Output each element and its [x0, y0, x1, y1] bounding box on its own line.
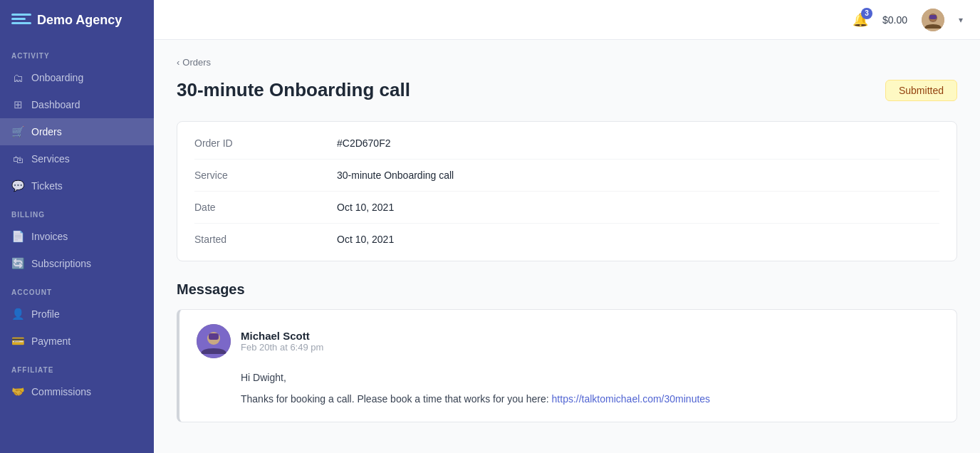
message-body: Hi Dwight, Thanks for booking a call. Pl…	[197, 370, 939, 407]
svg-rect-6	[209, 333, 219, 340]
order-label-id: Order ID	[194, 137, 337, 149]
order-label-started: Started	[194, 234, 337, 245]
message-card: Michael Scott Feb 20th at 6:49 pm Hi Dwi…	[177, 309, 957, 422]
breadcrumb-chevron: ‹	[177, 57, 179, 68]
sidebar-item-dashboard[interactable]: ⊞ Dashboard	[0, 91, 154, 118]
sidebar-item-orders[interactable]: 🛒 Orders	[0, 118, 154, 145]
sidebar-item-label: Subscriptions	[31, 258, 91, 269]
logo-icon	[11, 14, 31, 28]
page-header: 30-minute Onboarding call Submitted	[177, 79, 957, 101]
section-label-billing: BILLING	[0, 199, 154, 223]
sidebar-item-onboarding[interactable]: 🗂 Onboarding	[0, 64, 154, 91]
user-avatar[interactable]	[922, 9, 944, 31]
message-link[interactable]: https://talktomichael.com/30minutes	[552, 393, 711, 405]
topbar: 🔔 3 $0.00 ▾	[154, 0, 980, 40]
sidebar-item-label: Commissions	[31, 386, 91, 397]
subscriptions-icon: 🔄	[11, 257, 24, 270]
notification-badge: 3	[861, 8, 872, 19]
message-timestamp: Feb 20th at 6:49 pm	[241, 342, 323, 353]
profile-icon: 👤	[11, 308, 24, 321]
content-area: ‹ Orders 30-minute Onboarding call Submi…	[154, 40, 980, 453]
order-value-started: Oct 10, 2021	[337, 234, 394, 245]
sidebar-item-label: Payment	[31, 335, 71, 347]
section-label-activity: ACTIVITY	[0, 41, 154, 64]
messages-section-title: Messages	[177, 281, 957, 298]
breadcrumb[interactable]: ‹ Orders	[177, 57, 957, 68]
sidebar-item-services[interactable]: 🛍 Services	[0, 145, 154, 172]
tickets-icon: 💬	[11, 179, 24, 192]
sidebar: Demo Agency ACTIVITY 🗂 Onboarding ⊞ Dash…	[0, 0, 154, 453]
invoices-icon: 📄	[11, 230, 24, 243]
section-label-affiliate: AFFILIATE	[0, 355, 154, 378]
sidebar-item-label: Services	[31, 153, 70, 165]
sidebar-item-label: Dashboard	[31, 99, 80, 110]
order-value-date: Oct 10, 2021	[337, 202, 394, 213]
order-label-date: Date	[194, 202, 337, 213]
sidebar-item-label: Onboarding	[31, 72, 83, 83]
sidebar-item-label: Invoices	[31, 231, 68, 242]
order-value-service: 30-minute Onboarding call	[337, 170, 454, 181]
message-greeting: Hi Dwight,	[241, 370, 939, 385]
order-details-card: Order ID #C2D670F2 Service 30-minute Onb…	[177, 121, 957, 261]
sidebar-item-invoices[interactable]: 📄 Invoices	[0, 223, 154, 250]
sidebar-item-payment[interactable]: 💳 Payment	[0, 328, 154, 355]
main-area: 🔔 3 $0.00 ▾ ‹ Orders 30-minute Onboardin…	[154, 0, 980, 453]
sidebar-item-subscriptions[interactable]: 🔄 Subscriptions	[0, 250, 154, 277]
sidebar-item-tickets[interactable]: 💬 Tickets	[0, 172, 154, 199]
sidebar-item-label: Orders	[31, 126, 62, 137]
order-row-id: Order ID #C2D670F2	[194, 127, 939, 160]
message-author-name: Michael Scott	[241, 330, 323, 342]
message-body-text: Thanks for booking a call. Please book a…	[241, 393, 552, 405]
order-value-id: #C2D670F2	[337, 137, 391, 149]
payment-icon: 💳	[11, 335, 24, 348]
message-header: Michael Scott Feb 20th at 6:49 pm	[197, 324, 939, 358]
app-name: Demo Agency	[37, 13, 122, 28]
sidebar-item-profile[interactable]: 👤 Profile	[0, 301, 154, 328]
message-author-info: Michael Scott Feb 20th at 6:49 pm	[241, 330, 323, 353]
dashboard-icon: ⊞	[11, 98, 24, 111]
breadcrumb-label: Orders	[182, 57, 211, 68]
services-icon: 🛍	[11, 152, 24, 165]
orders-icon: 🛒	[11, 125, 24, 138]
app-logo: Demo Agency	[0, 0, 154, 41]
notification-bell[interactable]: 🔔 3	[853, 12, 868, 28]
sidebar-item-label: Profile	[31, 308, 60, 320]
user-menu-chevron[interactable]: ▾	[959, 15, 963, 25]
order-details-table: Order ID #C2D670F2 Service 30-minute Onb…	[177, 122, 956, 261]
order-row-service: Service 30-minute Onboarding call	[194, 160, 939, 192]
svg-rect-3	[929, 15, 937, 19]
section-label-account: ACCOUNT	[0, 277, 154, 301]
onboarding-icon: 🗂	[11, 71, 24, 84]
sidebar-item-commissions[interactable]: 🤝 Commissions	[0, 378, 154, 405]
message-avatar	[197, 324, 231, 358]
commissions-icon: 🤝	[11, 385, 24, 398]
message-text: Thanks for booking a call. Please book a…	[241, 391, 939, 407]
sidebar-item-label: Tickets	[31, 180, 63, 192]
order-row-date: Date Oct 10, 2021	[194, 192, 939, 224]
balance-display: $0.00	[882, 14, 907, 26]
order-row-started: Started Oct 10, 2021	[194, 224, 939, 255]
status-badge: Submitted	[885, 80, 957, 101]
order-label-service: Service	[194, 170, 337, 181]
page-title: 30-minute Onboarding call	[177, 79, 410, 101]
